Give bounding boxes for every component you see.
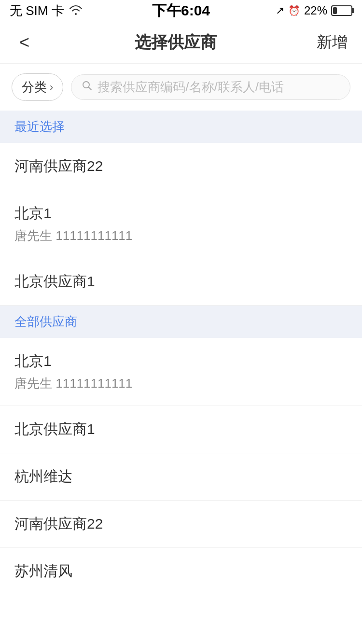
nav-bar: < 选择供应商 新增 — [0, 21, 362, 64]
item-name: 北京1 — [14, 351, 348, 371]
recent-list-item[interactable]: 北京供应商1 — [0, 258, 362, 306]
carrier-text: 无 SIM 卡 — [10, 2, 64, 19]
recent-items-list: 河南供应商22 北京1 唐先生 11111111111 北京供应商1 — [0, 143, 362, 306]
status-time: 下午6:04 — [152, 1, 210, 21]
all-list-item[interactable]: 杭州维达 — [0, 453, 362, 501]
search-icon — [81, 80, 93, 95]
battery-fill — [333, 7, 337, 14]
add-button[interactable]: 新增 — [317, 32, 348, 53]
category-filter[interactable]: 分类 › — [12, 73, 63, 101]
item-name: 河南供应商22 — [14, 156, 348, 176]
status-left: 无 SIM 卡 — [10, 2, 83, 19]
battery-icon — [331, 5, 352, 16]
search-box[interactable] — [71, 74, 350, 100]
item-name: 河南供应商22 — [14, 514, 348, 534]
item-name: 杭州维达 — [14, 467, 348, 487]
recent-list-item[interactable]: 河南供应商22 — [0, 143, 362, 190]
all-list-item[interactable]: 苏州清风 — [0, 548, 362, 595]
search-input[interactable] — [97, 80, 340, 95]
status-bar: 无 SIM 卡 下午6:04 ↗ ⏰ 22% — [0, 0, 362, 21]
svg-line-1 — [89, 87, 92, 90]
chevron-right-icon: › — [50, 81, 53, 94]
all-section-label: 全部供应商 — [14, 314, 77, 329]
battery-percent: 22% — [304, 4, 327, 17]
category-label: 分类 — [22, 79, 47, 96]
all-items-list: 北京1 唐先生 11111111111 北京供应商1杭州维达河南供应商22苏州清… — [0, 338, 362, 595]
item-name: 北京供应商1 — [14, 420, 348, 439]
item-name: 苏州清风 — [14, 561, 348, 581]
location-icon: ↗ — [276, 4, 284, 17]
recent-section-label: 最近选择 — [14, 119, 65, 134]
page-title: 选择供应商 — [135, 31, 217, 54]
recent-section-header: 最近选择 — [0, 111, 362, 143]
item-sub: 唐先生 11111111111 — [14, 227, 348, 244]
item-name: 北京1 — [14, 204, 348, 224]
all-list-item[interactable]: 北京供应商1 — [0, 406, 362, 453]
all-section-header: 全部供应商 — [0, 306, 362, 338]
status-right: ↗ ⏰ 22% — [276, 4, 352, 17]
all-list-item[interactable]: 河南供应商22 — [0, 501, 362, 548]
item-name: 北京供应商1 — [14, 272, 348, 292]
wifi-icon — [69, 3, 83, 18]
all-list-item[interactable]: 北京1 唐先生 11111111111 — [0, 338, 362, 406]
item-sub: 唐先生 11111111111 — [14, 375, 348, 392]
back-button[interactable]: < — [14, 28, 34, 57]
alarm-icon: ⏰ — [288, 5, 300, 16]
filter-bar: 分类 › — [0, 64, 362, 111]
recent-list-item[interactable]: 北京1 唐先生 11111111111 — [0, 190, 362, 258]
